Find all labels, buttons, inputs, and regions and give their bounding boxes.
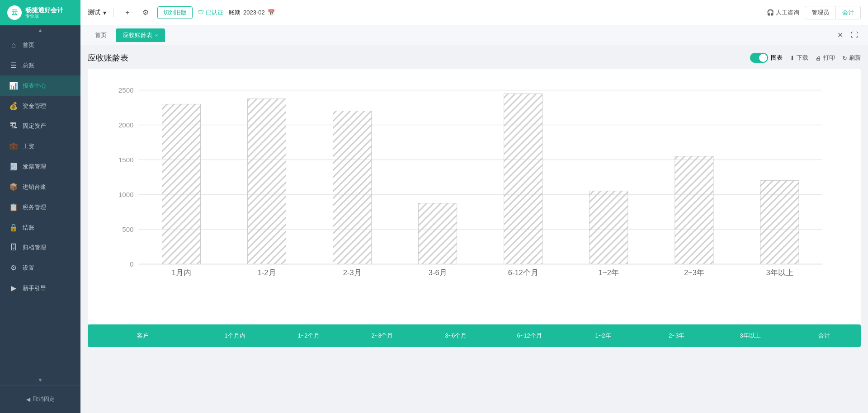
table-header-cell: 合计 (787, 324, 861, 347)
ledger-icon: ☰ (9, 61, 18, 70)
topbar-divider-1 (113, 8, 114, 17)
print-button[interactable]: 🖨 打印 (816, 54, 835, 62)
app-logo-sub: 专业版 (25, 14, 63, 19)
close-all-tabs-button[interactable]: ✕ (834, 29, 846, 42)
chart-toggle[interactable] (750, 53, 768, 63)
period-label: 账期 (229, 9, 241, 17)
accountant-button[interactable]: 会计 (836, 6, 861, 19)
home-icon: ⌂ (9, 41, 18, 49)
expand-tab-button[interactable]: ⛶ (848, 29, 861, 42)
svg-text:1500: 1500 (118, 156, 134, 164)
sidebar: 云 畅捷通好会计 专业版 ▲ ⌂首页☰总账📊报表中心💰资金管理🏗固定资产💼工资🧾… (0, 0, 80, 413)
sidebar-item-label-inventory: 进销台账 (23, 183, 46, 191)
cancel-fixed-label: 取消固定 (33, 395, 55, 403)
tax-icon: 📋 (9, 203, 18, 211)
svg-text:0: 0 (130, 260, 133, 268)
svg-text:2~3年: 2~3年 (684, 268, 704, 277)
sidebar-item-salary[interactable]: 💼工资 (0, 136, 80, 156)
app-logo-text: 畅捷通好会计 专业版 (25, 6, 63, 19)
salary-icon: 💼 (9, 142, 18, 150)
table-header-cell: 1~2个月 (272, 324, 345, 347)
page-actions: 图表 ⬇ 下载 🖨 打印 ↻ 刷新 (750, 53, 861, 63)
sidebar-item-label-ledger: 总账 (23, 61, 34, 70)
main-area: 测试 ▾ + ⚙ 切到旧版 🛡 已认证 账期 2023-02 📅 🎧 人工咨询 (80, 0, 868, 413)
gear-icon: ⚙ (142, 8, 149, 17)
scroll-up-arrow[interactable]: ▲ (0, 25, 80, 35)
table-header-cell: 3年以上 (713, 324, 787, 347)
svg-rect-14 (162, 104, 200, 264)
sidebar-item-label-invoice: 发票管理 (23, 163, 46, 171)
download-icon: ⬇ (790, 55, 795, 61)
sidebar-item-label-reports: 报表中心 (23, 82, 46, 90)
sidebar-item-tax[interactable]: 📋税务管理 (0, 197, 80, 217)
expand-icon: ⛶ (851, 31, 858, 39)
refresh-button[interactable]: ↻ 刷新 (842, 54, 861, 62)
table-header-cell: 2~3个月 (345, 324, 419, 347)
certified-label: 已认证 (206, 9, 223, 17)
sidebar-item-funds[interactable]: 💰资金管理 (0, 96, 80, 116)
tabs-actions: ✕ ⛶ (834, 29, 861, 42)
switch-version-button[interactable]: 切到旧版 (157, 6, 193, 19)
sidebar-item-newbie[interactable]: ▶新手引导 (0, 278, 80, 298)
manager-button[interactable]: 管理员 (805, 6, 836, 19)
period-value: 2023-02 (243, 9, 265, 16)
user-buttons: 管理员 会计 (805, 6, 861, 19)
download-button[interactable]: ⬇ 下载 (790, 54, 808, 62)
sidebar-item-inventory[interactable]: 📦进销台账 (0, 177, 80, 197)
company-selector[interactable]: 测试 ▾ (88, 9, 106, 17)
sidebar-item-reports[interactable]: 📊报表中心 (0, 75, 80, 96)
svg-text:2500: 2500 (118, 86, 134, 94)
sidebar-logo: 云 畅捷通好会计 专业版 (0, 0, 80, 25)
add-company-button[interactable]: + (121, 6, 134, 19)
sidebar-item-invoice[interactable]: 🧾发票管理 (0, 156, 80, 177)
reports-icon: 📊 (9, 81, 18, 90)
sidebar-item-closing[interactable]: 🔒结账 (0, 217, 80, 238)
table-header-cell: 1个月内 (198, 324, 272, 347)
sidebar-nav: ⌂首页☰总账📊报表中心💰资金管理🏗固定资产💼工资🧾发票管理📦进销台账📋税务管理🔒… (0, 35, 80, 375)
page-header: 应收账龄表 图表 ⬇ 下载 🖨 打印 ↻ 刷新 (88, 52, 861, 63)
svg-text:3年以上: 3年以上 (766, 268, 793, 277)
sidebar-item-label-settings: 设置 (23, 264, 34, 272)
pin-icon: ◀ (26, 396, 30, 403)
period-display: 账期 2023-02 📅 (229, 9, 275, 17)
table-header-cell: 3~6个月 (419, 324, 493, 347)
support-button[interactable]: 🎧 人工咨询 (767, 9, 799, 17)
tab-close-icon[interactable]: × (155, 33, 158, 38)
sidebar-item-label-tax: 税务管理 (23, 203, 46, 211)
inventory-icon: 📦 (9, 183, 18, 191)
content-area: 应收账龄表 图表 ⬇ 下载 🖨 打印 ↻ 刷新 (80, 45, 868, 413)
settings-button[interactable]: ⚙ (139, 6, 152, 19)
funds-icon: 💰 (9, 102, 18, 110)
sidebar-item-archive[interactable]: 🗄归档管理 (0, 238, 80, 258)
sidebar-item-assets[interactable]: 🏗固定资产 (0, 116, 80, 136)
close-icon: ✕ (837, 31, 843, 39)
tabs-bar: 首页 应收账龄表 × ✕ ⛶ (80, 25, 868, 45)
svg-rect-18 (333, 111, 372, 264)
sidebar-bottom: ◀ 取消固定 (0, 385, 80, 413)
chart-toggle-label: 图表 (771, 54, 783, 62)
cancel-fixed-button[interactable]: ◀ 取消固定 (0, 391, 80, 408)
sidebar-item-label-funds: 资金管理 (23, 102, 46, 110)
sidebar-item-label-closing: 结账 (23, 224, 34, 232)
scroll-down-arrow[interactable]: ▼ (0, 375, 80, 385)
sidebar-item-label-assets: 固定资产 (23, 122, 46, 130)
tab-home-label: 首页 (95, 31, 107, 39)
tab-active-label: 应收账龄表 (123, 31, 152, 39)
svg-text:1-2月: 1-2月 (258, 268, 276, 277)
sidebar-item-ledger[interactable]: ☰总账 (0, 55, 80, 75)
sidebar-item-settings[interactable]: ⚙设置 (0, 258, 80, 278)
tab-home[interactable]: 首页 (88, 28, 114, 42)
svg-text:1000: 1000 (118, 191, 134, 198)
shield-icon: 🛡 (198, 9, 204, 16)
tab-receivable-aging[interactable]: 应收账龄表 × (116, 28, 165, 42)
company-name: 测试 (88, 9, 100, 17)
calendar-icon[interactable]: 📅 (268, 9, 275, 16)
app-logo-title: 畅捷通好会计 (25, 6, 63, 14)
print-icon: 🖨 (816, 55, 821, 61)
svg-rect-26 (675, 156, 713, 264)
invoice-icon: 🧾 (9, 162, 18, 171)
sidebar-item-home[interactable]: ⌂首页 (0, 35, 80, 55)
archive-icon: 🗄 (9, 244, 18, 252)
certified-badge: 🛡 已认证 (198, 9, 223, 17)
newbie-icon: ▶ (9, 284, 18, 292)
